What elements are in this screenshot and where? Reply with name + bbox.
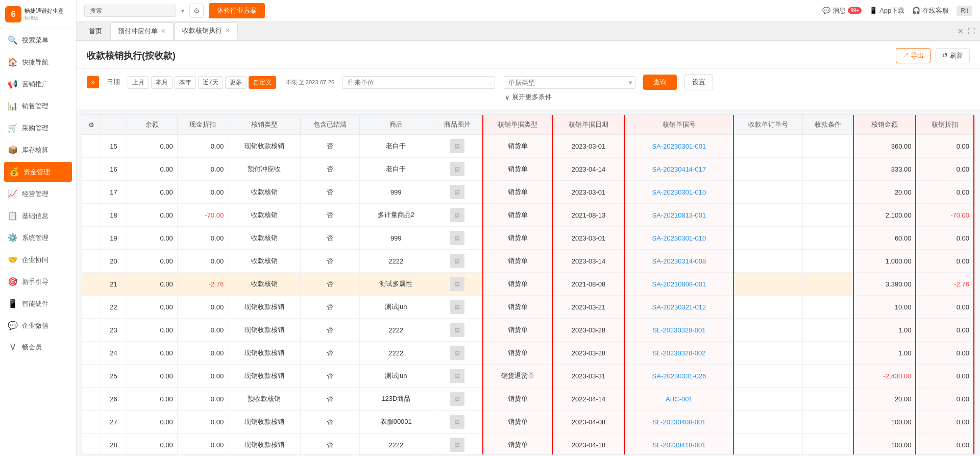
goods-cell: 2222 <box>360 250 432 273</box>
date-last-month-button[interactable]: 上月 <box>128 76 149 89</box>
filter-settings-button[interactable]: 设置 <box>684 74 713 90</box>
verify-bill-type-cell: 销货单 <box>483 388 552 411</box>
include-settled-cell: 否 <box>301 365 360 388</box>
sidebar-item-wechat[interactable]: 💬 企业微信 <box>0 315 76 337</box>
cash-discount-cell: 0.00 <box>177 296 228 319</box>
verify-bill-no-cell: SL-20230408-001 <box>625 411 733 434</box>
tab-prepaid-close-icon[interactable]: ✕ <box>161 28 166 35</box>
seq-cell: 22 <box>101 296 127 319</box>
sidebar-item-system[interactable]: ⚙️ 系统管理 <box>0 227 76 249</box>
tab-home[interactable]: 首页 <box>82 23 109 39</box>
goods-img-cell: 🖼 <box>432 296 483 319</box>
tab-collection[interactable]: 收款核销执行 ✕ <box>175 22 238 40</box>
tabbar-controls: ✕ ⛶ <box>958 27 975 35</box>
sidebar-item-search[interactable]: 🔍 搜索菜单 <box>0 29 76 51</box>
sidebar-item-company[interactable]: 🤝 企业协同 <box>0 249 76 271</box>
col-gear[interactable]: ⚙ <box>82 115 101 135</box>
sidebar: 6 畅捷通谱好生意 标准版 🔍 搜索菜单 🏠 快捷导航 📢 营销推广 📊 销售管… <box>0 0 77 456</box>
sidebar-item-finance[interactable]: 💰 资金管理 <box>4 162 72 182</box>
maximize-icon[interactable]: ⛶ <box>968 27 975 35</box>
search-input[interactable] <box>84 5 176 17</box>
table-scroll-container[interactable]: ⚙ 余额 现金折扣 核销类型 包含已结清 商品 商品图片 核销单据类型 核销单据… <box>82 114 975 455</box>
expand-more-button[interactable]: ∨ 展开更多条件 <box>505 92 552 102</box>
export-button[interactable]: ↗ 导出 <box>896 48 931 63</box>
verify-bill-date-cell: 2022-04-14 <box>552 388 625 411</box>
filter-expand-button[interactable]: » <box>87 76 99 88</box>
chart-icon: 📊 <box>8 101 18 111</box>
seq-cell: 26 <box>101 388 127 411</box>
date-custom-button[interactable]: 自定义 <box>249 76 276 89</box>
verify-bill-date-cell: 2021-08-08 <box>552 273 625 296</box>
goods-img-cell: 🖼 <box>432 365 483 388</box>
sidebar-item-marketing[interactable]: 📢 营销推广 <box>0 73 76 95</box>
col-gear-cell <box>82 273 101 296</box>
collection-order-no-cell <box>733 227 802 250</box>
collection-condition-cell <box>802 273 853 296</box>
verify-bill-date-cell: 2023-03-28 <box>552 319 625 342</box>
sidebar-item-inventory[interactable]: 📦 库存核算 <box>0 139 76 161</box>
cash-discount-cell: 0.00 <box>177 434 228 455</box>
col-gear-cell <box>82 227 101 250</box>
goods-img-cell: 🖼 <box>432 227 483 250</box>
sidebar-item-hardware[interactable]: 📱 智能硬件 <box>0 293 76 315</box>
sidebar-item-member[interactable]: V 畅会员 <box>0 337 76 358</box>
goods-cell: 测试jun <box>360 365 432 388</box>
logo-text: 畅捷通谱好生意 标准版 <box>24 7 64 21</box>
include-settled-cell: 否 <box>301 135 360 158</box>
sidebar-item-quick-nav[interactable]: 🏠 快捷导航 <box>0 51 76 73</box>
user-menu[interactable]: Rit <box>957 6 972 16</box>
table-row: 18 0.00 -70.00 收款核销 否 多计量商品2 🖼 销货单 2021-… <box>82 204 974 227</box>
solution-button[interactable]: 体验行业方案 <box>209 3 265 18</box>
cash-discount-cell: 0.00 <box>177 181 228 204</box>
table-row: 20 0.00 0.00 收款核销 否 2222 🖼 销货单 2023-03-1… <box>82 250 974 273</box>
verify-bill-date-cell: 2023-03-31 <box>552 365 625 388</box>
balance-cell: 0.00 <box>127 250 177 273</box>
unit-input[interactable] <box>342 76 495 89</box>
close-window-icon[interactable]: ✕ <box>958 27 964 35</box>
verify-bill-date-cell: 2023-04-18 <box>552 434 625 455</box>
tab-prepaid[interactable]: 预付冲应付单 ✕ <box>110 22 174 40</box>
dropdown-chevron-icon[interactable]: ▾ <box>181 7 184 14</box>
sidebar-item-sales[interactable]: 📊 销售管理 <box>0 95 76 117</box>
export-icon: ↗ <box>902 52 911 59</box>
expand-more-label: 展开更多条件 <box>512 92 552 102</box>
sidebar-item-guide[interactable]: 🎯 新手引导 <box>0 271 76 293</box>
verify-type-cell: 收款核销 <box>228 250 301 273</box>
main-content: ▾ ⚙ 体验行业方案 💬 消息 99+ 📱 App下载 🎧 在线客服 Rit 首… <box>77 0 980 456</box>
topbar-actions: 💬 消息 99+ 📱 App下载 🎧 在线客服 Rit <box>822 6 972 16</box>
online-service-button[interactable]: 🎧 在线客服 <box>912 6 949 15</box>
date-range-display: 不限 至 2023-07-26 <box>286 79 334 86</box>
info-icon: 📋 <box>8 211 18 221</box>
verify-bill-no-cell: SA-20230301-010 <box>625 181 733 204</box>
bill-type-input[interactable] <box>503 76 635 89</box>
balance-cell: 0.00 <box>127 365 177 388</box>
sidebar-item-operation[interactable]: 📈 经营管理 <box>0 183 76 205</box>
page-header: 收款核销执行(按收款) ↗ 导出 ↺ 刷新 <box>77 41 980 69</box>
refresh-button[interactable]: ↺ 刷新 <box>936 48 970 63</box>
seq-cell: 28 <box>101 434 127 455</box>
config-button[interactable]: ⚙ <box>189 4 204 18</box>
verify-amount-cell: 1.00 <box>853 319 916 342</box>
message-button[interactable]: 💬 消息 99+ <box>822 6 862 15</box>
table-row: 21 0.00 -2.76 收款核销 否 测试多属性 🖼 销货单 2021-08… <box>82 273 974 296</box>
tab-collection-close-icon[interactable]: ✕ <box>225 27 230 34</box>
app-download-button[interactable]: 📱 App下载 <box>869 6 904 15</box>
collection-condition-cell <box>802 135 853 158</box>
sidebar-item-purchase[interactable]: 🛒 采购管理 <box>0 117 76 139</box>
hardware-icon: 📱 <box>8 299 18 308</box>
refresh-icon: ↺ <box>942 52 950 59</box>
date-more-button[interactable]: 更多 <box>225 76 247 89</box>
col-gear-cell <box>82 250 101 273</box>
col-gear-cell <box>82 158 101 181</box>
col-gear-cell <box>82 319 101 342</box>
col-verify-bill-no: 核销单据号 <box>625 115 733 135</box>
query-button[interactable]: 查询 <box>643 75 677 90</box>
date-this-month-button[interactable]: 本月 <box>151 76 173 89</box>
date-7days-button[interactable]: 近7天 <box>198 76 223 89</box>
balance-cell: 0.00 <box>127 296 177 319</box>
sidebar-item-basic-info[interactable]: 📋 基础信息 <box>0 205 76 227</box>
verify-discount-cell: 0.00 <box>916 388 974 411</box>
date-this-year-button[interactable]: 本年 <box>175 76 196 89</box>
verify-bill-no-cell: SA-20230314-008 <box>625 250 733 273</box>
service-icon: 🎧 <box>912 7 920 14</box>
